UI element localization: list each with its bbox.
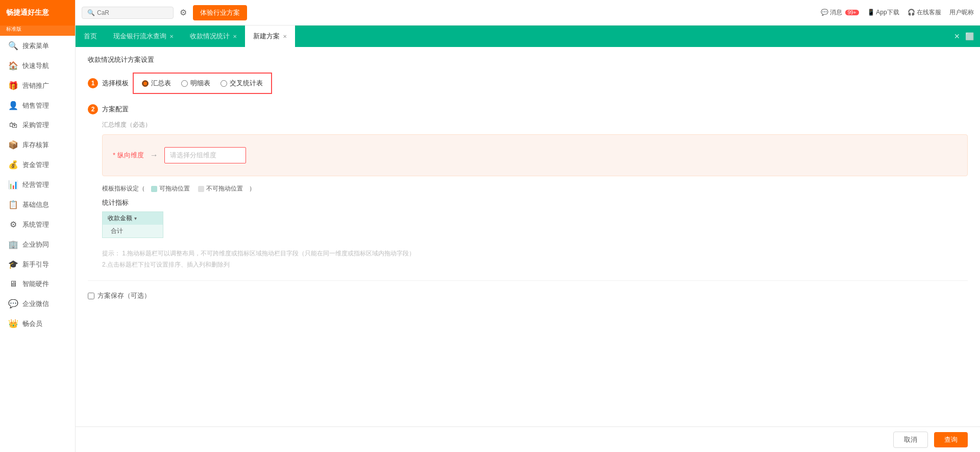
metric-subtotal: 合计 [103, 225, 163, 237]
step2-section: 2 方案配置 汇总维度（必选） 纵向维度 → [88, 104, 968, 270]
arrow-icon: → [150, 151, 158, 160]
gift-icon: 🎁 [8, 81, 18, 90]
metric-group: 收款金额 ▾ 合计 [102, 211, 163, 238]
close-window-icon[interactable]: ✕ [954, 32, 960, 40]
page-title: 收款情况统计方案设置 [88, 55, 968, 64]
tabbar: 首页 现金银行流水查询 ✕ 收款情况统计 ✕ 新建方案 ✕ ✕ ⬜ [76, 26, 980, 47]
sidebar-item-label: 企业微信 [22, 299, 49, 308]
notification-badge: 99+ [845, 10, 859, 15]
metric-tag-label: 收款金额 [108, 214, 132, 223]
fixed-dot [198, 186, 204, 192]
page-content: 收款情况统计方案设置 1 选择模板 汇总表 明细表 [76, 47, 980, 426]
metrics-area: 统计指标 收款金额 ▾ 合计 [102, 198, 968, 238]
bottom-bar: 取消 查询 [76, 426, 980, 452]
sidebar-item-member[interactable]: 👑 畅会员 [0, 314, 75, 334]
sidebar-item-corp-coop[interactable]: 🏢 企业协同 [0, 234, 75, 254]
home-icon: 🏠 [8, 61, 18, 70]
dimension-select[interactable]: 请选择分组维度 [164, 147, 246, 163]
gear-icon: ⚙ [8, 220, 18, 229]
sidebar-item-smart-hw[interactable]: 🖥 智能硬件 [0, 274, 75, 294]
radio-cross[interactable]: 交叉统计表 [220, 79, 263, 88]
vertical-label: 纵向维度 [113, 151, 144, 160]
step1-section: 1 选择模板 汇总表 明细表 交叉统计表 [88, 73, 968, 94]
sidebar-item-operation[interactable]: 📊 经营管理 [0, 175, 75, 195]
save-option: 方案保存（可选） [88, 285, 968, 306]
save-checkbox[interactable] [88, 293, 94, 299]
sidebar-item-label: 资金管理 [22, 160, 49, 170]
user-icon: 👤 [8, 101, 18, 110]
search-icon: 🔍 [8, 41, 18, 51]
settings-icon[interactable]: ⚙ [180, 8, 187, 17]
sidebar-item-inventory[interactable]: 📦 库存核算 [0, 135, 75, 155]
sidebar-item-purchase[interactable]: 🛍 采购管理 [0, 115, 75, 135]
user-name: 用户昵称 [949, 8, 974, 17]
legend-fixed: 不可拖动位置 [198, 184, 243, 193]
radio-summary-label: 汇总表 [151, 79, 171, 88]
box-icon: 📦 [8, 140, 18, 150]
sidebar-item-guide[interactable]: 🎓 新手引导 [0, 254, 75, 274]
sidebar-item-label: 新手引导 [22, 260, 49, 269]
sidebar-item-sales[interactable]: 👤 销售管理 [0, 96, 75, 115]
industry-button[interactable]: 体验行业方案 [193, 5, 247, 20]
sidebar-item-label: 营销推广 [22, 81, 49, 90]
main-area: 🔍 ⚙ 体验行业方案 💬 消息 99+ 📱 App下载 🎧 在线客服 用户昵称 … [76, 0, 980, 452]
sidebar-item-corp-wechat[interactable]: 💬 企业微信 [0, 294, 75, 314]
close-icon[interactable]: ✕ [169, 34, 174, 39]
tab-receipt-stat[interactable]: 收款情况统计 ✕ [182, 26, 245, 47]
maximize-window-icon[interactable]: ⬜ [965, 32, 974, 40]
step1-label: 选择模板 [102, 79, 129, 88]
sidebar-item-label: 基础信息 [22, 200, 49, 209]
sidebar: 畅捷通好生意 标准版 🔍 搜索菜单 🏠 快速导航 🎁 营销推广 👤 销售管理 🛍… [0, 0, 76, 452]
crown-icon: 👑 [8, 319, 18, 328]
topbar: 🔍 ⚙ 体验行业方案 💬 消息 99+ 📱 App下载 🎧 在线客服 用户昵称 [76, 0, 980, 26]
step2-number: 2 [88, 104, 98, 114]
sidebar-item-label: 快速导航 [22, 61, 49, 70]
save-label: 方案保存（可选） [97, 291, 151, 300]
app-download[interactable]: 📱 App下载 [867, 8, 899, 17]
notification-area[interactable]: 💬 消息 99+ [821, 8, 859, 17]
sidebar-logo: 畅捷通好生意 [0, 0, 75, 26]
close-icon[interactable]: ✕ [283, 34, 287, 39]
sidebar-item-label: 采购管理 [22, 121, 49, 130]
topbar-right: 💬 消息 99+ 📱 App下载 🎧 在线客服 用户昵称 [821, 8, 974, 17]
sidebar-item-label: 智能硬件 [22, 279, 49, 289]
legend-movable: 可拖动位置 [151, 184, 190, 193]
sidebar-item-search-menu[interactable]: 🔍 搜索菜单 [0, 36, 75, 56]
sidebar-item-label: 销售管理 [22, 101, 49, 110]
online-service[interactable]: 🎧 在线客服 [908, 8, 941, 17]
search-input[interactable] [97, 9, 168, 16]
sidebar-item-marketing[interactable]: 🎁 营销推广 [0, 76, 75, 96]
sidebar-item-label: 畅会员 [22, 319, 42, 328]
sidebar-item-quick-nav[interactable]: 🏠 快速导航 [0, 56, 75, 76]
metrics-legend: 可拖动位置 不可拖动位置 [151, 184, 243, 193]
search-icon: 🔍 [87, 9, 95, 16]
chevron-down-icon: ▾ [134, 216, 137, 221]
metrics-header: 模板指标设定（ 可拖动位置 不可拖动位置 ） [102, 184, 968, 193]
divider [88, 280, 968, 281]
tips-section: 提示： 1.拖动标题栏可以调整布局，不可跨维度或指标区域拖动栏目字段（只能在同一… [102, 248, 968, 270]
step2-header: 2 方案配置 [88, 104, 968, 114]
clipboard-icon: 📋 [8, 200, 18, 209]
tip-line2: 2.点击标题栏下拉可设置排序、插入列和删除列 [102, 259, 968, 271]
sidebar-item-base-info[interactable]: 📋 基础信息 [0, 195, 75, 215]
radio-summary[interactable]: 汇总表 [142, 79, 171, 88]
sidebar-item-label: 搜索菜单 [22, 41, 49, 51]
content-area: 收款情况统计方案设置 1 选择模板 汇总表 明细表 [76, 47, 980, 426]
search-box[interactable]: 🔍 [82, 7, 174, 19]
query-button[interactable]: 查询 [934, 432, 968, 447]
building-icon: 🏢 [8, 240, 18, 249]
tab-new-plan[interactable]: 新建方案 ✕ [245, 26, 295, 47]
legend-movable-label: 可拖动位置 [159, 184, 190, 193]
sidebar-item-label: 系统管理 [22, 220, 49, 229]
sidebar-item-fund[interactable]: 💰 资金管理 [0, 155, 75, 175]
cancel-button[interactable]: 取消 [893, 432, 928, 448]
sidebar-item-system[interactable]: ⚙ 系统管理 [0, 215, 75, 234]
logo-text: 畅捷通好生意 [6, 8, 49, 17]
metric-tag-amount[interactable]: 收款金额 ▾ [103, 212, 163, 225]
radio-detail[interactable]: 明细表 [181, 79, 210, 88]
chat-icon: 💬 [8, 299, 18, 308]
close-icon[interactable]: ✕ [233, 34, 237, 39]
template-select: 汇总表 明细表 交叉统计表 [133, 73, 272, 94]
tab-home[interactable]: 首页 [76, 26, 105, 47]
tab-bank-flow[interactable]: 现金银行流水查询 ✕ [105, 26, 182, 47]
